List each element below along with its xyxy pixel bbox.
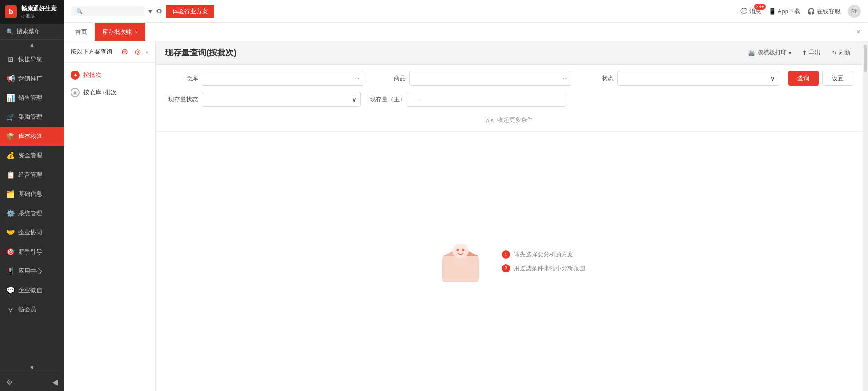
- phone-icon: 📱: [769, 8, 776, 15]
- app-logo: b: [5, 5, 17, 18]
- scheme-by-warehouse-batch-label: 按仓库+批次: [83, 88, 117, 97]
- status-arrow: ∨: [770, 75, 775, 82]
- warehouse-more: ···: [355, 75, 359, 81]
- product-label: 商品: [373, 74, 409, 82]
- sidebar-item-base[interactable]: 🗂️ 基础信息: [0, 185, 64, 204]
- refresh-btn[interactable]: ↻ 刷新: [829, 47, 853, 59]
- collapse-sidebar-icon[interactable]: ◀: [52, 378, 58, 386]
- status-field: 状态 ∨: [581, 71, 779, 86]
- add-scheme-icon[interactable]: ⊕: [120, 47, 130, 57]
- hint-item-1: 1 请先选择要分析的方案: [502, 250, 585, 259]
- newbie-icon: 🎯: [6, 248, 15, 256]
- warehouse-field: 仓库 ···: [165, 71, 363, 86]
- svg-point-6: [457, 249, 459, 251]
- topbar-settings-icon[interactable]: ⚙: [156, 7, 162, 16]
- collapse-panel-icon[interactable]: «: [146, 49, 149, 55]
- sidebar-item-label: 应用中心: [18, 267, 42, 275]
- app-title-group: 畅康通好生意 标准版: [21, 5, 57, 19]
- inventory-status-select[interactable]: ∨: [202, 92, 361, 107]
- sidebar-nav: ⊞ 快捷导航 📢 营销推广 📊 销售管理 🛒 采购管理 📦 库存核算 💰 资金管…: [0, 50, 64, 363]
- status-select[interactable]: ∨: [617, 71, 779, 86]
- sidebar-item-newbie[interactable]: 🎯 新手引导: [0, 242, 64, 261]
- topbar-search-icon: 🔍: [76, 8, 83, 15]
- sidebar-item-purchase[interactable]: 🛒 采购管理: [0, 108, 64, 127]
- left-panel-header: 按以下方案查询 ⊕ ◎ «: [64, 41, 155, 63]
- page-title: 现存量查询(按批次): [165, 47, 236, 58]
- sidebar-item-wechat[interactable]: 💬 企业微信: [0, 281, 64, 300]
- filter-row-1: 仓库 ··· 商品 ··· 状态: [165, 71, 853, 86]
- status-label: 状态: [581, 74, 617, 82]
- scheme-settings-icon[interactable]: ◎: [133, 47, 143, 57]
- query-button[interactable]: 查询: [788, 71, 819, 86]
- scrollbar-thumb[interactable]: [864, 45, 867, 72]
- print-btn[interactable]: 🖨️ 按模板打印 ▾: [745, 47, 794, 59]
- sidebar-footer: ⚙ ◀: [0, 373, 64, 391]
- operations-icon: 📋: [6, 171, 15, 179]
- page-header-actions: 🖨️ 按模板打印 ▾ ⬆ 导出 ↻ 刷新: [745, 47, 853, 59]
- user-avatar-group[interactable]: Rit: [848, 5, 861, 18]
- sidebar-item-label: 库存核算: [18, 132, 42, 141]
- hint-text-1: 请先选择要分析的方案: [514, 250, 573, 259]
- sidebar-item-finance[interactable]: 💰 资金管理: [0, 146, 64, 165]
- message-group[interactable]: 💬 消息 99+: [740, 7, 761, 16]
- sidebar-item-app-center[interactable]: 📱 应用中心: [0, 261, 64, 281]
- shortcut-icon: ⊞: [6, 55, 15, 64]
- collapse-more-btn[interactable]: ∧∧ 收起更多条件: [165, 113, 853, 125]
- quantity-range[interactable]: —: [407, 92, 566, 107]
- tab-active-label: 库存批次账: [102, 28, 132, 36]
- topbar-search-box[interactable]: 🔍: [71, 6, 145, 16]
- tab-bar: 首页 库存批次账 × ×: [64, 23, 868, 41]
- product-input[interactable]: ···: [409, 71, 571, 86]
- sidebar-item-inventory[interactable]: 📦 库存核算: [0, 127, 64, 146]
- empty-hints: 1 请先选择要分析的方案 2 用过滤条件来缩小分析范围: [502, 250, 585, 272]
- sidebar-item-label: 销售管理: [18, 94, 42, 102]
- settings-button[interactable]: 设置: [822, 71, 853, 86]
- left-panel: 按以下方案查询 ⊕ ◎ « ✦ 按批次 ◉ 按仓库+批次: [64, 41, 156, 391]
- empty-content: 1 请先选择要分析的方案 2 用过滤条件来缩小分析范围: [433, 234, 585, 290]
- product-more: ···: [563, 75, 567, 81]
- hint-num-2: 2: [502, 264, 510, 272]
- marketing-icon: 📢: [6, 75, 15, 83]
- message-icon: 💬: [740, 8, 747, 15]
- panel-close-button[interactable]: ×: [853, 26, 864, 38]
- topbar: 🔍 ▾ ⚙ 体验行业方案 💬 消息 99+ 📱 App下载 🎧 在线客服: [64, 0, 868, 23]
- trial-btn[interactable]: 体验行业方案: [166, 5, 214, 18]
- tab-home[interactable]: 首页: [68, 23, 95, 41]
- main-area: 🔍 ▾ ⚙ 体验行业方案 💬 消息 99+ 📱 App下载 🎧 在线客服: [64, 0, 868, 391]
- sidebar-item-operations[interactable]: 📋 经营管理: [0, 165, 64, 185]
- scheme-item-by-batch[interactable]: ✦ 按批次: [64, 66, 155, 84]
- print-label: 按模板打印: [757, 49, 787, 57]
- print-dropdown-icon: ▾: [789, 50, 791, 55]
- sidebar-search[interactable]: 🔍 搜索菜单: [0, 24, 64, 40]
- tab-inventory-batch[interactable]: 库存批次账 ×: [95, 23, 146, 41]
- scheme-item-by-warehouse-batch[interactable]: ◉ 按仓库+批次: [64, 84, 155, 101]
- scheme-inactive-icon: ◉: [71, 88, 80, 97]
- app-name: 畅康通好生意: [21, 5, 57, 13]
- sidebar-item-sales[interactable]: 📊 销售管理: [0, 88, 64, 108]
- svg-point-7: [462, 249, 465, 251]
- system-icon: ⚙️: [6, 209, 15, 217]
- sidebar-item-enterprise[interactable]: 🤝 企业协同: [0, 223, 64, 242]
- app-download-group[interactable]: 📱 App下载: [769, 7, 800, 16]
- avatar: Rit: [848, 5, 861, 18]
- warehouse-input[interactable]: ···: [202, 71, 363, 86]
- sidebar-item-system[interactable]: ⚙️ 系统管理: [0, 204, 64, 223]
- sidebar-item-label: 企业微信: [18, 286, 42, 294]
- sidebar-item-vip[interactable]: V 畅会员: [0, 300, 64, 319]
- tab-close-icon[interactable]: ×: [135, 29, 138, 35]
- sidebar-item-label: 系统管理: [18, 209, 42, 217]
- hint-item-2: 2 用过滤条件来缩小分析范围: [502, 264, 585, 272]
- sales-icon: 📊: [6, 94, 15, 102]
- purchase-icon: 🛒: [6, 113, 15, 121]
- topbar-gear-icon[interactable]: ▾: [148, 7, 152, 16]
- sidebar-scroll-up[interactable]: ▲: [0, 40, 64, 50]
- sidebar-item-marketing[interactable]: 📢 营销推广: [0, 69, 64, 88]
- export-btn[interactable]: ⬆ 导出: [799, 47, 824, 59]
- settings-icon[interactable]: ⚙: [6, 378, 13, 386]
- online-service-group[interactable]: 🎧 在线客服: [808, 7, 841, 16]
- filter-actions: 查询 设置: [788, 71, 853, 86]
- left-panel-actions: ⊕ ◎ «: [120, 47, 149, 57]
- sidebar-scroll-down[interactable]: ▼: [0, 363, 64, 373]
- sidebar-item-shortcut[interactable]: ⊞ 快捷导航: [0, 50, 64, 69]
- sidebar-item-label: 经营管理: [18, 171, 42, 179]
